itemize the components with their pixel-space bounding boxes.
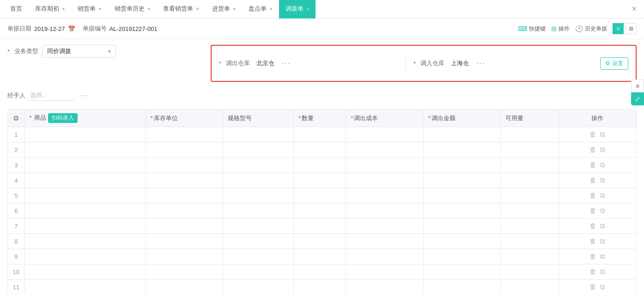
row-delete-9[interactable]: 🗑 bbox=[589, 252, 596, 261]
dropdown-arrow-icon: ▾ bbox=[108, 49, 111, 55]
row-copy-7[interactable]: ⧉ bbox=[600, 222, 605, 230]
history-icon: 🕐 bbox=[575, 25, 583, 32]
tab-close-transfer[interactable]: × bbox=[306, 6, 309, 12]
warehouse-out-more[interactable]: ··· bbox=[282, 59, 291, 67]
required-marker-business: * bbox=[7, 48, 10, 55]
business-type-label: 业务类型 bbox=[14, 47, 38, 55]
row-delete-1[interactable]: 🗑 bbox=[589, 130, 596, 139]
row-available-1 bbox=[501, 127, 559, 142]
table-row: 10 🗑⧉ bbox=[8, 264, 636, 280]
required-marker-out: * bbox=[219, 60, 221, 67]
warehouse-out-value: 北京仓 bbox=[256, 59, 274, 67]
tab-close-inventory-init[interactable]: × bbox=[62, 6, 65, 12]
th-available: 可用量 bbox=[501, 110, 559, 127]
person-group: 经手人 选择... ··· bbox=[7, 90, 90, 101]
row-action-1: 🗑 ⧉ bbox=[559, 127, 636, 142]
settings-button[interactable]: ⚙ 设置 bbox=[600, 57, 628, 70]
operation-icon: ⊞ bbox=[551, 25, 557, 32]
tab-close-view-sales[interactable]: × bbox=[196, 6, 199, 12]
calendar-icon[interactable]: 📅 bbox=[68, 25, 75, 32]
warehouse-divider bbox=[406, 54, 406, 73]
shortcut-btn[interactable]: ⌨ 快捷键 bbox=[518, 25, 546, 33]
th-action: 操作 bbox=[559, 110, 636, 127]
table-row: 8 🗑⧉ bbox=[8, 234, 636, 249]
row-delete-6[interactable]: 🗑 bbox=[589, 207, 596, 215]
scan-btn[interactable]: 扫码录入 bbox=[48, 113, 78, 123]
warehouse-in-more[interactable]: ··· bbox=[476, 59, 485, 67]
float-list-btn[interactable]: ≡ bbox=[631, 79, 644, 92]
row-copy-5[interactable]: ⧉ bbox=[600, 191, 605, 200]
tab-close-purchase[interactable]: × bbox=[233, 6, 236, 12]
row-copy-4[interactable]: ⧉ bbox=[600, 176, 605, 184]
history-btn[interactable]: 🕐 历史单据 bbox=[575, 25, 607, 33]
layout-list-btn[interactable]: ≡ bbox=[613, 23, 624, 34]
th-spec: 规格型号 bbox=[223, 110, 294, 127]
row-delete-7[interactable]: 🗑 bbox=[589, 222, 596, 230]
row-delete-4[interactable]: 🗑 bbox=[589, 176, 596, 184]
th-settings[interactable]: ⚙ bbox=[8, 110, 24, 127]
row-copy-10[interactable]: ⧉ bbox=[600, 268, 605, 276]
row-delete-10[interactable]: 🗑 bbox=[589, 268, 596, 276]
th-product: 商品 扫码录入 bbox=[24, 110, 146, 127]
warehouse-in-group: * 调入仓库 上海仓 ··· bbox=[413, 59, 593, 67]
row-num-1: 1 bbox=[8, 127, 24, 142]
row-spec-1[interactable] bbox=[223, 127, 294, 142]
table-row: 7 🗑⧉ bbox=[8, 219, 636, 234]
main-content: 单据日期 2019-12-27 📅 单据编号 AL-20191227-001 ⌨… bbox=[0, 18, 644, 293]
person-label: 经手人 bbox=[7, 92, 25, 100]
tab-close-inventory-check[interactable]: × bbox=[269, 6, 272, 12]
row-cost-1[interactable] bbox=[346, 127, 424, 142]
table-row: 3 🗑⧉ bbox=[8, 158, 636, 173]
doc-num-field: 单据编号 AL-20191227-001 bbox=[83, 24, 158, 33]
row-delete-8[interactable]: 🗑 bbox=[589, 237, 596, 245]
tab-sales-history[interactable]: 销货单历史 × bbox=[108, 0, 157, 18]
tab-transfer[interactable]: 调拨单 × bbox=[279, 0, 316, 18]
row-qty-1[interactable] bbox=[294, 127, 346, 142]
table-row: 6 🗑⧉ bbox=[8, 203, 636, 219]
row-copy-6[interactable]: ⧉ bbox=[600, 207, 605, 215]
tab-close-sales-order[interactable]: × bbox=[98, 6, 101, 12]
data-table: ⚙ 商品 扫码录入 库存单位 规格型号 数量 调出成本 调出金额 可用量 操作 bbox=[8, 110, 636, 293]
th-amount: 调出金额 bbox=[423, 110, 501, 127]
tab-close-sales-history[interactable]: × bbox=[147, 6, 150, 12]
business-type-group: * 业务类型 同价调拨 ▾ bbox=[7, 45, 211, 58]
warehouse-panel: * 调出仓库 北京仓 ··· * 调入仓库 上海仓 ··· ⚙ 设置 bbox=[211, 45, 637, 82]
row-copy-1[interactable]: ⧉ bbox=[600, 130, 605, 139]
tab-inventory-check[interactable]: 盘点单 × bbox=[242, 0, 279, 18]
window-close-button[interactable]: × bbox=[628, 4, 640, 14]
tab-home[interactable]: 首页 bbox=[4, 0, 29, 18]
table-row: 5 🗑⧉ bbox=[8, 188, 636, 203]
th-unit: 库存单位 bbox=[146, 110, 223, 127]
layout-grid-btn[interactable]: ⊞ bbox=[626, 23, 637, 34]
operation-btn[interactable]: ⊞ 操作 bbox=[551, 25, 570, 33]
row-delete-11[interactable]: 🗑 bbox=[589, 283, 596, 291]
row-copy-2[interactable]: ⧉ bbox=[600, 146, 605, 154]
row-amount-1[interactable] bbox=[423, 127, 501, 142]
row-product-1[interactable] bbox=[24, 127, 146, 142]
tab-purchase[interactable]: 进货单 × bbox=[206, 0, 242, 18]
row-copy-9[interactable]: ⧉ bbox=[600, 252, 605, 261]
table-row: 11 🗑⧉ bbox=[8, 280, 636, 293]
tab-sales-order[interactable]: 销货单 × bbox=[71, 0, 108, 18]
layout-switcher: ≡ ⊞ bbox=[613, 23, 637, 34]
warehouse-in-value: 上海仓 bbox=[451, 59, 469, 67]
data-table-wrapper: ⚙ 商品 扫码录入 库存单位 规格型号 数量 调出成本 调出金额 可用量 操作 bbox=[7, 109, 637, 293]
row-copy-8[interactable]: ⧉ bbox=[600, 237, 605, 245]
tab-view-sales[interactable]: 查看销货单 × bbox=[157, 0, 205, 18]
float-expand-btn[interactable]: ⤢ bbox=[631, 92, 644, 105]
row-delete-5[interactable]: 🗑 bbox=[589, 191, 596, 200]
person-select[interactable]: 选择... bbox=[28, 90, 74, 101]
tab-inventory-init[interactable]: 库存期初 × bbox=[29, 0, 71, 18]
row-delete-2[interactable]: 🗑 bbox=[589, 146, 596, 154]
person-more[interactable]: ··· bbox=[81, 92, 90, 100]
form-row-2: 经手人 选择... ··· bbox=[7, 87, 637, 104]
date-field: 单据日期 2019-12-27 📅 bbox=[7, 24, 75, 33]
table-gear-icon[interactable]: ⚙ bbox=[13, 114, 19, 122]
row-copy-11[interactable]: ⧉ bbox=[600, 283, 605, 291]
row-unit-1[interactable] bbox=[146, 127, 223, 142]
table-row: 9 🗑⧉ bbox=[8, 249, 636, 264]
business-type-select[interactable]: 同价调拨 ▾ bbox=[42, 45, 116, 58]
row-delete-3[interactable]: 🗑 bbox=[589, 161, 596, 169]
shortcut-icon: ⌨ bbox=[518, 25, 527, 32]
row-copy-3[interactable]: ⧉ bbox=[600, 161, 605, 169]
